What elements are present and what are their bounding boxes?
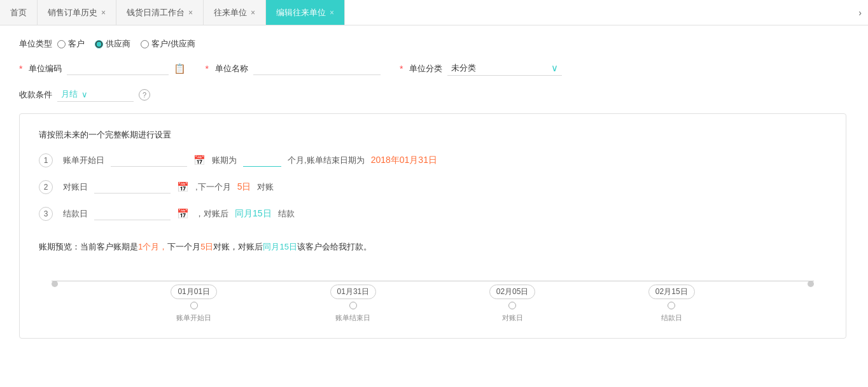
settings-panel: 请按照未来的一个完整帐期进行设置 1 账单开始日 2018-01-01 📅 账期… [19, 113, 846, 339]
step-3-number: 3 [39, 207, 53, 221]
preview-suffix: 该客户会给我打款。 [297, 242, 372, 251]
step-3-content: 结款日 2018-02-15 📅 ，对账后同月15日结款 [63, 208, 295, 220]
step-3-desc-before: ，对账后 [195, 208, 228, 220]
payment-help-icon[interactable]: ? [139, 89, 150, 101]
tab-partner-units-label: 往来单位 [214, 7, 247, 18]
radio-customer-label: 客户 [68, 38, 85, 50]
step-1-period-prefix: 账期为 [212, 155, 237, 166]
timeline-badge-4: 02月15日 [648, 285, 695, 299]
unit-type-label: 单位类型 [19, 38, 52, 50]
unit-code-field: * 单位编码 000001 📋 [19, 62, 186, 75]
unit-name-label: 单位名称 [215, 63, 248, 74]
unit-class-field: * 单位分类 未分类 ∨ [400, 61, 562, 76]
preview-middle1: 下一个月 [167, 242, 200, 251]
radio-supplier-label: 供应商 [106, 38, 130, 50]
tab-more-button[interactable]: › [852, 0, 868, 25]
step-2-date-input[interactable]: 2018-02-05 [94, 181, 171, 194]
unit-code-required-star: * [19, 64, 22, 74]
tab-cash-workbench[interactable]: 钱货日清工作台 × [116, 0, 204, 25]
unit-class-value: 未分类 [451, 62, 547, 74]
timeline-point-4: 02月15日 结款日 [648, 285, 695, 323]
step-3-date-input[interactable]: 2018-02-15 [94, 208, 171, 220]
main-content: 单位类型 客户 供应商 客户/供应商 [0, 25, 868, 387]
preview-middle2: 对账，对账后 [213, 242, 263, 251]
step-1-number: 1 [39, 153, 53, 167]
payment-row: 收款条件 月结 ∨ ? [19, 87, 846, 102]
step-1-date-input[interactable]: 2018-01-01 [111, 154, 187, 167]
step-1-row: 1 账单开始日 2018-01-01 📅 账期为 1 个月,账单结束日期为 20… [39, 153, 827, 167]
step-2-label: 对账日 [63, 181, 88, 193]
unit-code-label: 单位编码 [29, 63, 62, 74]
panel-title: 请按照未来的一个完整帐期进行设置 [39, 129, 827, 141]
step-3-highlight: 同月15日 [235, 208, 272, 220]
payment-label: 收款条件 [19, 89, 52, 101]
radio-customer-input[interactable] [57, 40, 66, 48]
timeline-point-2: 01月31日 账单结束日 [330, 285, 377, 323]
unit-type-row: 单位类型 客户 供应商 客户/供应商 [19, 38, 846, 50]
payment-value: 月结 [61, 88, 78, 100]
radio-both[interactable]: 客户/供应商 [141, 38, 195, 50]
timeline-badge-1: 01月01日 [171, 285, 217, 299]
tab-partner-units[interactable]: 往来单位 × [204, 0, 266, 25]
timeline-label-2: 账单结束日 [335, 313, 370, 323]
payment-field: 收款条件 月结 ∨ ? [19, 87, 150, 102]
step-3-calendar-icon[interactable]: 📅 [177, 208, 189, 220]
preview-highlight2: 5日 [200, 242, 213, 251]
unit-type-field: 单位类型 客户 供应商 客户/供应商 [19, 38, 195, 50]
step-2-highlight: 5日 [237, 181, 251, 193]
step-1-label: 账单开始日 [63, 155, 104, 166]
step-2-number: 2 [39, 180, 53, 194]
timeline-label-1: 账单开始日 [176, 313, 211, 323]
preview-section: 账期预览：当前客户账期是1个月，下一个月5日对账，对账后同月15日该客户会给我打… [39, 234, 827, 260]
timeline-label-3: 对账日 [502, 313, 523, 323]
timeline-label-4: 结款日 [661, 313, 682, 323]
radio-customer[interactable]: 客户 [57, 38, 85, 50]
radio-supplier[interactable]: 供应商 [95, 38, 130, 50]
step-2-calendar-icon[interactable]: 📅 [177, 181, 189, 193]
step-1-period-suffix: 个月,账单结束日期为 [288, 155, 365, 166]
radio-both-input[interactable] [141, 40, 149, 48]
tab-home[interactable]: 首页 [0, 0, 38, 25]
step-1-end-date: 2018年01月31日 [371, 155, 437, 166]
step-2-desc-after: 对账 [257, 181, 274, 193]
unit-type-radio-group: 客户 供应商 客户/供应商 [57, 38, 195, 50]
unit-class-required-star: * [400, 64, 403, 74]
preview-highlight3: 同月15日 [263, 242, 297, 251]
payment-select[interactable]: 月结 ∨ [57, 87, 134, 102]
tab-partner-units-close[interactable]: × [251, 8, 255, 17]
step-3-row: 3 结款日 2018-02-15 📅 ，对账后同月15日结款 [39, 207, 827, 221]
radio-both-label: 客户/供应商 [151, 38, 195, 50]
step-1-content: 账单开始日 2018-01-01 📅 账期为 1 个月,账单结束日期为 2018… [63, 154, 437, 167]
tab-edit-partner-label: 编辑往来单位 [276, 7, 326, 18]
tab-sales-history-label: 销售订单历史 [48, 7, 97, 18]
tab-edit-partner[interactable]: 编辑往来单位 × [266, 0, 345, 25]
step-1-calendar-icon[interactable]: 📅 [193, 155, 206, 166]
tab-sales-history[interactable]: 销售订单历史 × [38, 0, 116, 25]
unit-code-copy-icon[interactable]: 📋 [174, 63, 186, 74]
step-2-row: 2 对账日 2018-02-05 📅 ,下一个月5日对账 [39, 180, 827, 194]
unit-code-input[interactable]: 000001 [67, 62, 169, 75]
unit-info-row: * 单位编码 000001 📋 * 单位名称 河南供应商22 * 单位分类 未分… [19, 61, 846, 76]
step-2-desc-before: ,下一个月 [195, 181, 231, 193]
preview-prefix: 账期预览：当前客户账期是 [39, 242, 138, 251]
unit-class-label: 单位分类 [409, 63, 442, 74]
timeline-point-3: 02月05日 对账日 [489, 285, 536, 323]
step-3-desc-after: 结款 [278, 208, 295, 220]
tab-cash-workbench-close[interactable]: × [188, 8, 193, 17]
unit-name-input[interactable]: 河南供应商22 [253, 62, 381, 75]
tab-bar: 首页 销售订单历史 × 钱货日清工作台 × 往来单位 × 编辑往来单位 × › [0, 0, 868, 25]
unit-class-select[interactable]: 未分类 ∨ [447, 61, 562, 76]
unit-name-required-star: * [205, 64, 208, 74]
timeline-badge-3: 02月05日 [489, 285, 536, 299]
step-1-period-input[interactable]: 1 [243, 154, 281, 167]
unit-name-field: * 单位名称 河南供应商22 [205, 62, 380, 75]
radio-supplier-input[interactable] [95, 40, 103, 48]
tab-home-label: 首页 [10, 7, 27, 18]
tab-sales-history-close[interactable]: × [101, 8, 106, 17]
tab-cash-workbench-label: 钱货日清工作台 [127, 7, 185, 18]
timeline-badge-2: 01月31日 [330, 285, 377, 299]
timeline: 01月01日 账单开始日 01月31日 账单结束日 02月05日 对账 [39, 273, 827, 323]
step-2-content: 对账日 2018-02-05 📅 ,下一个月5日对账 [63, 181, 274, 194]
tab-edit-partner-close[interactable]: × [330, 8, 334, 17]
step-3-label: 结款日 [63, 208, 88, 220]
